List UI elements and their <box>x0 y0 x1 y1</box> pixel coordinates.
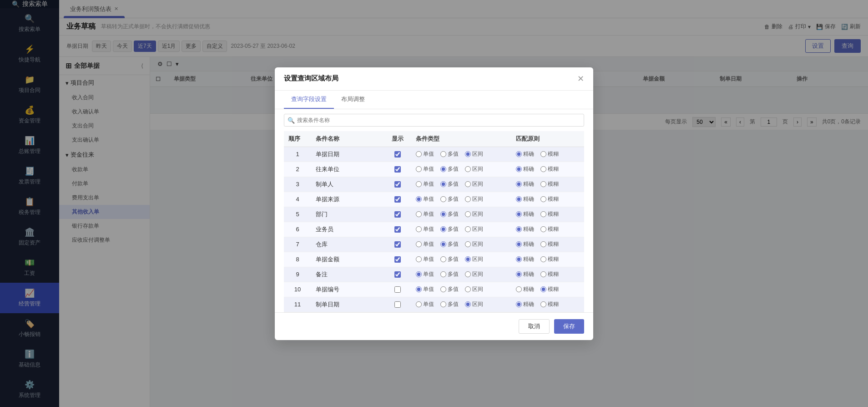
display-checkbox-1[interactable] <box>389 151 407 158</box>
match-radio-模糊-11[interactable] <box>540 301 546 307</box>
display-checkbox-11[interactable] <box>389 301 407 308</box>
condition-option-多值-5[interactable]: 多值 <box>440 210 459 218</box>
match-option-模糊-2[interactable]: 模糊 <box>540 165 559 173</box>
condition-option-多值-7[interactable]: 多值 <box>440 240 459 248</box>
match-option-精确-3[interactable]: 精确 <box>516 180 534 188</box>
radio-区间-4[interactable] <box>465 196 471 202</box>
match-radio-精确-2[interactable] <box>516 166 522 172</box>
dialog-overlay[interactable]: 设置查询区域布局 ✕ 查询字段设置 布局调整 🔍 顺序 条件名称 <box>0 0 868 407</box>
checkbox-input-11[interactable] <box>394 301 401 308</box>
radio-多值-9[interactable] <box>440 271 446 277</box>
match-option-模糊-1[interactable]: 模糊 <box>540 150 559 158</box>
tab-field-settings[interactable]: 查询字段设置 <box>284 91 334 109</box>
condition-option-单值-11[interactable]: 单值 <box>416 300 434 308</box>
condition-option-单值-8[interactable]: 单值 <box>416 255 434 263</box>
display-checkbox-3[interactable] <box>389 181 407 188</box>
match-option-精确-11[interactable]: 精确 <box>516 300 534 308</box>
condition-option-单值-4[interactable]: 单值 <box>416 195 434 203</box>
radio-单值-3[interactable] <box>416 181 422 187</box>
match-radio-精确-10[interactable] <box>516 286 522 292</box>
checkbox-input-1[interactable] <box>394 151 401 158</box>
match-radio-模糊-2[interactable] <box>540 166 546 172</box>
match-option-精确-10[interactable]: 精确 <box>516 285 534 293</box>
condition-option-单值-3[interactable]: 单值 <box>416 180 434 188</box>
match-option-模糊-8[interactable]: 模糊 <box>540 255 559 263</box>
save-button[interactable]: 保存 <box>554 319 584 334</box>
match-option-精确-8[interactable]: 精确 <box>516 255 534 263</box>
match-radio-精确-9[interactable] <box>516 271 522 277</box>
condition-option-区间-7[interactable]: 区间 <box>465 240 483 248</box>
condition-option-单值-5[interactable]: 单值 <box>416 210 434 218</box>
condition-option-多值-1[interactable]: 多值 <box>440 150 459 158</box>
cancel-button[interactable]: 取消 <box>519 319 550 334</box>
condition-option-多值-9[interactable]: 多值 <box>440 270 459 278</box>
match-radio-精确-8[interactable] <box>516 256 522 262</box>
checkbox-input-4[interactable] <box>394 196 401 203</box>
radio-单值-9[interactable] <box>416 271 422 277</box>
radio-区间-2[interactable] <box>465 166 471 172</box>
radio-单值-1[interactable] <box>416 151 422 157</box>
match-radio-模糊-9[interactable] <box>540 271 546 277</box>
radio-多值-2[interactable] <box>440 166 446 172</box>
match-option-精确-9[interactable]: 精确 <box>516 270 534 278</box>
condition-option-单值-2[interactable]: 单值 <box>416 165 434 173</box>
match-option-模糊-4[interactable]: 模糊 <box>540 195 559 203</box>
condition-option-多值-11[interactable]: 多值 <box>440 300 459 308</box>
search-input[interactable] <box>284 114 584 127</box>
checkbox-input-2[interactable] <box>394 166 401 173</box>
match-option-精确-4[interactable]: 精确 <box>516 195 534 203</box>
display-checkbox-4[interactable] <box>389 196 407 203</box>
condition-option-多值-8[interactable]: 多值 <box>440 255 459 263</box>
tab-layout-adjust[interactable]: 布局调整 <box>334 91 372 109</box>
condition-option-单值-10[interactable]: 单值 <box>416 285 434 293</box>
checkbox-input-6[interactable] <box>394 226 401 233</box>
radio-区间-5[interactable] <box>465 211 471 217</box>
match-radio-模糊-4[interactable] <box>540 196 546 202</box>
condition-option-多值-6[interactable]: 多值 <box>440 225 459 233</box>
radio-单值-4[interactable] <box>416 196 422 202</box>
match-option-模糊-6[interactable]: 模糊 <box>540 225 559 233</box>
match-option-模糊-11[interactable]: 模糊 <box>540 300 559 308</box>
condition-option-单值-6[interactable]: 单值 <box>416 225 434 233</box>
match-option-模糊-7[interactable]: 模糊 <box>540 240 559 248</box>
radio-单值-5[interactable] <box>416 211 422 217</box>
condition-option-区间-3[interactable]: 区间 <box>465 180 483 188</box>
checkbox-input-3[interactable] <box>394 181 401 188</box>
match-option-模糊-5[interactable]: 模糊 <box>540 210 559 218</box>
radio-多值-1[interactable] <box>440 151 446 157</box>
match-radio-精确-6[interactable] <box>516 226 522 232</box>
match-option-精确-1[interactable]: 精确 <box>516 150 534 158</box>
condition-option-区间-2[interactable]: 区间 <box>465 165 483 173</box>
checkbox-input-8[interactable] <box>394 256 401 263</box>
condition-option-单值-9[interactable]: 单值 <box>416 270 434 278</box>
display-checkbox-7[interactable] <box>389 241 407 248</box>
condition-option-区间-10[interactable]: 区间 <box>465 285 483 293</box>
match-radio-精确-7[interactable] <box>516 241 522 247</box>
checkbox-input-9[interactable] <box>394 271 401 278</box>
display-checkbox-6[interactable] <box>389 226 407 233</box>
dialog-close-button[interactable]: ✕ <box>577 74 584 84</box>
radio-区间-11[interactable] <box>465 301 471 307</box>
radio-多值-5[interactable] <box>440 211 446 217</box>
condition-option-多值-4[interactable]: 多值 <box>440 195 459 203</box>
radio-区间-8[interactable] <box>465 256 471 262</box>
radio-单值-8[interactable] <box>416 256 422 262</box>
display-checkbox-9[interactable] <box>389 271 407 278</box>
condition-option-区间-9[interactable]: 区间 <box>465 270 483 278</box>
radio-区间-1[interactable] <box>465 151 471 157</box>
radio-区间-7[interactable] <box>465 241 471 247</box>
condition-option-多值-3[interactable]: 多值 <box>440 180 459 188</box>
radio-多值-6[interactable] <box>440 226 446 232</box>
match-option-精确-2[interactable]: 精确 <box>516 165 534 173</box>
match-radio-精确-1[interactable] <box>516 151 522 157</box>
match-radio-精确-11[interactable] <box>516 301 522 307</box>
condition-option-区间-4[interactable]: 区间 <box>465 195 483 203</box>
radio-单值-2[interactable] <box>416 166 422 172</box>
display-checkbox-2[interactable] <box>389 166 407 173</box>
match-option-精确-6[interactable]: 精确 <box>516 225 534 233</box>
radio-多值-11[interactable] <box>440 301 446 307</box>
radio-区间-9[interactable] <box>465 271 471 277</box>
radio-区间-6[interactable] <box>465 226 471 232</box>
match-radio-模糊-7[interactable] <box>540 241 546 247</box>
condition-option-单值-7[interactable]: 单值 <box>416 240 434 248</box>
